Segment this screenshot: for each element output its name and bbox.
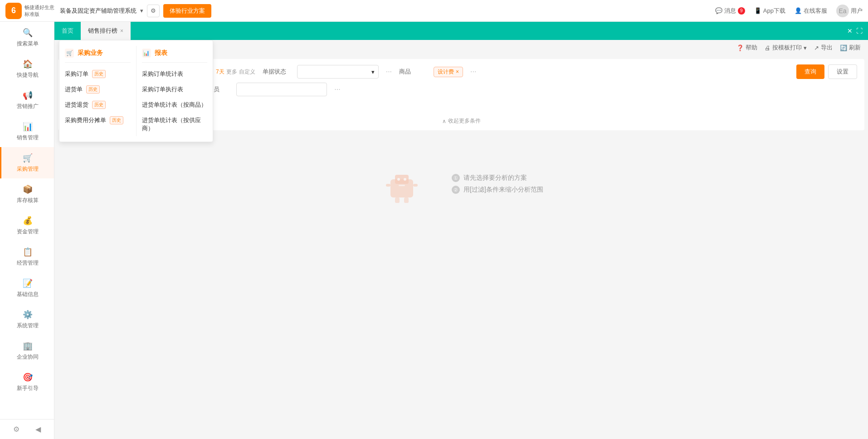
dropdown-item-po-exec[interactable]: 采购订单执行表 [142, 82, 208, 97]
dropdown-item-label: 采购订单执行表 [142, 85, 183, 94]
report-col-title: 📊 报表 [142, 46, 208, 63]
dropdown-item-label: 进货单统计表（按供应商） [142, 116, 208, 133]
purchase-col-title: 🛒 采购业务 [65, 46, 131, 63]
report-col-icon: 📊 [142, 49, 151, 58]
dropdown-item-label: 进货单 [65, 85, 83, 94]
purchase-col: 🛒 采购业务 采购订单 历史 进货单 历史 进货退货 历史 采购费用分摊单 历史 [59, 46, 136, 136]
dropdown-item-label: 进货单统计表（按商品） [142, 101, 207, 109]
dropdown-item-label: 采购费用分摊单 [65, 116, 106, 124]
dropdown-item-return[interactable]: 进货退货 历史 [65, 97, 131, 113]
history-badge-2: 历史 [86, 85, 100, 94]
history-badge-3: 历史 [92, 101, 106, 109]
dropdown-item-label: 采购订单统计表 [142, 70, 183, 78]
dropdown-item-inbound-by-goods[interactable]: 进货单统计表（按商品） [142, 97, 208, 113]
dropdown-item-expense[interactable]: 采购费用分摊单 历史 [65, 113, 131, 128]
history-badge-1: 历史 [92, 70, 106, 78]
history-badge-4: 历史 [110, 116, 123, 124]
dropdown-item-po-stats[interactable]: 采购订单统计表 [142, 66, 208, 82]
dropdown-item-purchase-order[interactable]: 采购订单 历史 [65, 66, 131, 82]
purchase-col-icon: 🛒 [65, 49, 74, 58]
dropdown-item-inbound-by-supplier[interactable]: 进货单统计表（按供应商） [142, 113, 208, 136]
dropdown-columns: 🛒 采购业务 采购订单 历史 进货单 历史 进货退货 历史 采购费用分摊单 历史 [59, 46, 213, 136]
dropdown-item-label: 进货退货 [65, 101, 88, 109]
dropdown-item-label: 采购订单 [65, 70, 88, 78]
dropdown-item-inbound[interactable]: 进货单 历史 [65, 82, 131, 97]
purchase-dropdown-menu: 🛒 采购业务 采购订单 历史 进货单 历史 进货退货 历史 采购费用分摊单 历史 [59, 40, 213, 142]
report-col: 📊 报表 采购订单统计表 采购订单执行表 进货单统计表（按商品） 进货单统计表（… [136, 46, 213, 136]
